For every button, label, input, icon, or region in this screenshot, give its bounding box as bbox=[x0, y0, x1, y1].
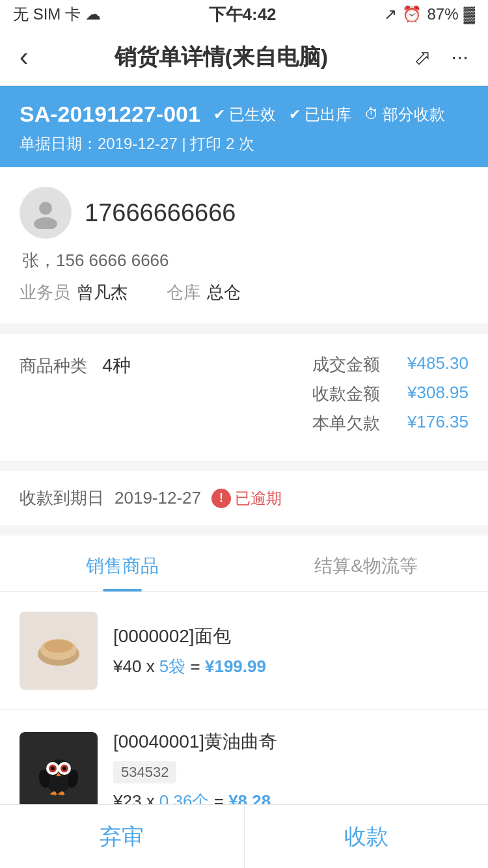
tab-products[interactable]: 销售商品 bbox=[0, 536, 244, 591]
avatar bbox=[20, 187, 72, 239]
overdue-text: 已逾期 bbox=[235, 488, 282, 509]
status-right: ↗ ⏰ 87% ▓ bbox=[384, 5, 475, 23]
warehouse-name: 总仓 bbox=[207, 281, 241, 304]
owed-amount-row: 本单欠款 ¥176.35 bbox=[312, 412, 468, 435]
overdue-badge: ! 已逾期 bbox=[211, 488, 282, 509]
tabs-section: 销售商品 结算&物流等 bbox=[0, 536, 488, 592]
due-label: 收款到期日 bbox=[20, 487, 104, 509]
location-icon: ↗ bbox=[384, 5, 397, 23]
warehouse-label: 仓库 bbox=[167, 281, 200, 304]
check-icon-1: ✔ bbox=[213, 106, 225, 123]
order-meta: 单据日期：2019-12-27 | 打印 2 次 bbox=[20, 133, 468, 154]
svg-point-10 bbox=[51, 766, 55, 770]
status-left: 无 SIM 卡 ☁ bbox=[13, 4, 101, 25]
deal-amount-row: 成交金额 ¥485.30 bbox=[312, 353, 468, 376]
status-bar: 无 SIM 卡 ☁ 下午4:42 ↗ ⏰ 87% ▓ bbox=[0, 0, 488, 29]
deal-amount-label: 成交金额 bbox=[312, 353, 380, 376]
products-section: [0000002]面包 ¥40 x 5袋 = ¥199.99 bbox=[0, 592, 488, 833]
deal-amount-value: ¥485.30 bbox=[390, 353, 468, 376]
status-badge-1: ✔ 已生效 bbox=[213, 104, 276, 125]
summary-right: 成交金额 ¥485.30 收款金额 ¥308.95 本单欠款 ¥176.35 bbox=[312, 353, 468, 441]
no-sim-text: 无 SIM 卡 ☁ bbox=[13, 4, 101, 25]
status-badge-2: ✔ 已出库 bbox=[289, 104, 351, 125]
receipt-amount-row: 收款金额 ¥308.95 bbox=[312, 383, 468, 405]
cancel-review-label: 弃审 bbox=[100, 822, 144, 852]
order-date: 单据日期：2019-12-27 bbox=[20, 135, 178, 152]
overdue-icon: ! bbox=[211, 489, 231, 508]
nav-bar: ‹ 销货单详情(来自电脑) ⬀ ··· bbox=[0, 29, 488, 86]
product-total-1: ¥199.99 bbox=[205, 657, 266, 676]
due-date: 2019-12-27 bbox=[115, 488, 201, 508]
summary-section: 商品种类 4种 成交金额 ¥485.30 收款金额 ¥308.95 本单欠款 ¥… bbox=[0, 334, 488, 461]
more-icon[interactable]: ··· bbox=[451, 45, 468, 69]
customer-name: 张，156 6666 6666 bbox=[20, 249, 468, 272]
battery-text: 87% bbox=[427, 5, 458, 23]
receipt-amount-value: ¥308.95 bbox=[390, 383, 468, 405]
product-image-1 bbox=[20, 612, 98, 690]
staff-name: 曾凡杰 bbox=[77, 281, 128, 304]
clock-icon: ⏱ bbox=[364, 106, 379, 123]
share-icon[interactable]: ⬀ bbox=[414, 45, 431, 70]
product-base-price-1: ¥40 bbox=[113, 657, 141, 676]
product-qty-1: 5袋 bbox=[159, 657, 185, 676]
product-image-2 bbox=[20, 732, 98, 810]
product-item: [0000002]面包 ¥40 x 5袋 = ¥199.99 bbox=[0, 592, 488, 710]
product-name-2: [00040001]黄油曲奇 bbox=[113, 729, 468, 754]
product-sku-2: 534532 bbox=[113, 761, 176, 783]
owed-amount-value: ¥176.35 bbox=[390, 412, 468, 435]
collect-payment-label: 收款 bbox=[344, 822, 388, 852]
tabs-row: 销售商品 结算&物流等 bbox=[0, 536, 488, 591]
bottom-bar: 弃审 收款 bbox=[0, 804, 488, 868]
product-name-1: [0000002]面包 bbox=[113, 624, 468, 649]
status-badge-3: ⏱ 部分收款 bbox=[364, 104, 445, 125]
product-info-2: [00040001]黄油曲奇 534532 ¥23 x 0.36个 = ¥8.2… bbox=[113, 729, 468, 813]
product-type-count: 4种 bbox=[102, 355, 131, 375]
svg-point-4 bbox=[44, 640, 73, 653]
svg-line-20 bbox=[62, 792, 64, 795]
receipt-amount-label: 收款金额 bbox=[312, 383, 380, 405]
svg-point-0 bbox=[39, 202, 52, 215]
staff-label: 业务员 bbox=[20, 281, 70, 304]
collect-payment-button[interactable]: 收款 bbox=[245, 805, 489, 868]
svg-point-11 bbox=[62, 766, 66, 770]
cancel-review-button[interactable]: 弃审 bbox=[0, 805, 245, 868]
product-type-row: 商品种类 4种 bbox=[20, 353, 131, 378]
product-type-label: 商品种类 bbox=[20, 356, 87, 375]
back-button[interactable]: ‹ bbox=[20, 42, 28, 72]
order-id: SA-20191227-001 bbox=[20, 102, 200, 127]
due-section: 收款到期日 2019-12-27 ! 已逾期 bbox=[0, 471, 488, 525]
battery-icon: ▓ bbox=[463, 5, 475, 23]
summary-left: 商品种类 4种 bbox=[20, 353, 131, 383]
customer-phone: 17666666666 bbox=[85, 199, 236, 227]
alarm-icon: ⏰ bbox=[402, 5, 422, 23]
customer-staff: 业务员 曾凡杰 仓库 总仓 bbox=[20, 281, 468, 304]
tab-settlement[interactable]: 结算&物流等 bbox=[244, 536, 488, 591]
owed-amount-label: 本单欠款 bbox=[312, 412, 380, 435]
order-header: SA-20191227-001 ✔ 已生效 ✔ 已出库 ⏱ 部分收款 单据日期：… bbox=[0, 86, 488, 167]
svg-point-1 bbox=[34, 217, 57, 229]
status-time: 下午4:42 bbox=[209, 3, 277, 26]
product-price-1: ¥40 x 5袋 = ¥199.99 bbox=[113, 655, 468, 678]
check-icon-2: ✔ bbox=[289, 106, 301, 123]
product-info-1: [0000002]面包 ¥40 x 5袋 = ¥199.99 bbox=[113, 624, 468, 678]
page-title: 销货单详情(来自电脑) bbox=[115, 42, 329, 72]
svg-line-17 bbox=[55, 792, 56, 795]
nav-icons: ⬀ ··· bbox=[414, 45, 468, 70]
order-print: 打印 2 次 bbox=[190, 135, 254, 152]
customer-section: 17666666666 张，156 6666 6666 业务员 曾凡杰 仓库 总… bbox=[0, 167, 488, 323]
